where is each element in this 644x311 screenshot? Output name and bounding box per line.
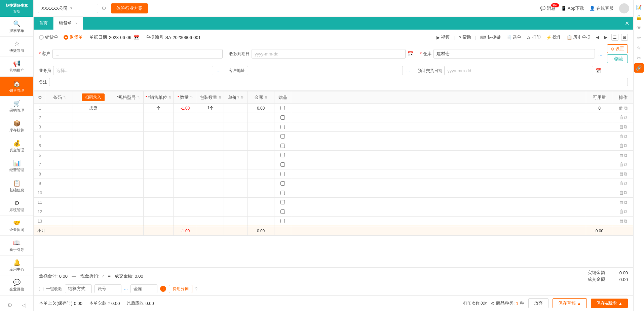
copy-row-btn[interactable]: ⧉ xyxy=(624,199,627,205)
cell-unit[interactable] xyxy=(144,151,174,160)
copy-row-btn[interactable]: ⧉ xyxy=(624,218,627,224)
cell-unit[interactable] xyxy=(144,198,174,207)
barcode-sort-icon[interactable]: ⇅ xyxy=(63,95,66,99)
copy-row-btn[interactable]: ⧉ xyxy=(624,124,627,129)
view-toggle-grid-btn[interactable]: ⊞ xyxy=(621,34,628,41)
cell-product[interactable] xyxy=(73,141,113,151)
cell-unit[interactable] xyxy=(144,122,174,132)
cell-product[interactable] xyxy=(73,122,113,132)
cell-unit[interactable] xyxy=(144,217,174,226)
cell-spec[interactable] xyxy=(113,198,144,207)
gift-checkbox[interactable] xyxy=(280,209,285,214)
cell-price[interactable] xyxy=(224,188,248,198)
cell-barcode[interactable] xyxy=(46,151,73,160)
salesman-input[interactable]: 选择... xyxy=(53,66,213,75)
cell-product[interactable] xyxy=(73,132,113,141)
copy-row-btn[interactable]: ⧉ xyxy=(624,190,627,195)
gift-checkbox[interactable] xyxy=(280,134,285,139)
payment-amount-input[interactable]: 金额 xyxy=(130,284,157,293)
cell-barcode[interactable] xyxy=(46,122,73,132)
copy-row-btn[interactable]: ⧉ xyxy=(624,181,627,186)
cell-pkgqty[interactable] xyxy=(197,141,224,151)
amount-sort-icon[interactable]: ⇅ xyxy=(265,95,267,99)
gift-checkbox[interactable] xyxy=(280,144,285,148)
cell-qty[interactable] xyxy=(174,151,197,160)
video-btn[interactable]: ▶ 视频 xyxy=(435,34,451,41)
delivery-date-input[interactable]: yyyy-mm-dd xyxy=(444,66,593,75)
view-toggle-list-btn[interactable]: ☰ xyxy=(611,34,618,41)
right-panel-eye-btn[interactable]: 👁 xyxy=(634,23,644,32)
message-btn[interactable]: 💬 消息 99+ xyxy=(540,5,556,11)
cell-pkgqty[interactable] xyxy=(197,122,224,132)
delete-row-btn[interactable]: 🗑 xyxy=(618,105,623,111)
next-record-btn[interactable]: ▶ xyxy=(603,34,609,40)
right-panel-cut-btn[interactable]: ✂ xyxy=(634,53,644,63)
cell-spec[interactable] xyxy=(113,132,144,141)
setup-btn[interactable]: ⊙ 设置 xyxy=(607,44,628,53)
history-btn[interactable]: 📋 历史单据 xyxy=(565,34,592,41)
sidebar-item-wechat[interactable]: 💬 企业微信 xyxy=(0,275,33,295)
sidebar-item-member[interactable]: 👑 畅会员 xyxy=(0,296,33,299)
cell-qty[interactable] xyxy=(174,169,197,179)
gift-checkbox[interactable] xyxy=(280,200,285,204)
copy-row-btn[interactable]: ⧉ xyxy=(624,209,627,214)
cell-qty[interactable] xyxy=(174,113,197,122)
cell-unit[interactable]: 个 xyxy=(144,104,174,113)
delete-row-btn[interactable]: 🗑 xyxy=(619,218,624,224)
expense-question-icon[interactable]: ? xyxy=(195,286,197,291)
tab-home[interactable]: 首页 xyxy=(34,17,53,30)
cell-spec[interactable] xyxy=(113,179,144,188)
cell-qty[interactable] xyxy=(174,160,197,169)
cell-unit[interactable] xyxy=(144,169,174,179)
sidebar-item-search[interactable]: 🔍 搜索菜单 xyxy=(0,17,33,37)
delete-row-btn[interactable]: 🗑 xyxy=(619,115,624,120)
cell-amount[interactable] xyxy=(248,132,274,141)
cell-price[interactable] xyxy=(224,141,248,151)
cell-spec[interactable] xyxy=(113,113,144,122)
tab-close-btn[interactable]: × xyxy=(75,21,77,25)
cell-product[interactable] xyxy=(73,160,113,169)
gift-checkbox[interactable] xyxy=(280,181,285,186)
copy-row-btn[interactable]: ⧉ xyxy=(624,115,627,120)
sidebar-settings-btn[interactable]: ⚙ xyxy=(7,302,12,308)
cell-amount[interactable] xyxy=(248,113,274,122)
delete-row-btn[interactable]: 🗑 xyxy=(619,143,624,148)
logistics-btn[interactable]: + 物流 xyxy=(607,54,628,63)
cell-amount[interactable] xyxy=(248,169,274,179)
delete-row-btn[interactable]: 🗑 xyxy=(619,171,624,177)
cell-qty[interactable] xyxy=(174,132,197,141)
payment-dots[interactable]: ··· xyxy=(124,286,128,291)
discount-question-icon[interactable]: ? xyxy=(102,274,104,278)
cell-qty[interactable] xyxy=(174,122,197,132)
cell-amount[interactable]: 0.00 xyxy=(248,104,274,113)
payment-account-input[interactable]: 账号 xyxy=(94,284,121,293)
tab-sale-order[interactable]: 销货单 × xyxy=(53,17,83,30)
save-draft-btn[interactable]: 保存草稿 ▲ xyxy=(553,298,587,308)
avatar[interactable] xyxy=(619,3,629,13)
shortcut-btn[interactable]: ⌨ 快捷键 xyxy=(479,34,502,41)
cell-qty[interactable] xyxy=(174,179,197,188)
operate-btn[interactable]: ⚡ 操作 xyxy=(545,34,563,41)
gift-checkbox[interactable] xyxy=(280,162,285,167)
sidebar-item-app-center[interactable]: 🔔 应用中心 xyxy=(0,256,33,275)
cell-amount[interactable] xyxy=(248,151,274,160)
cell-barcode[interactable] xyxy=(46,160,73,169)
cell-pkgqty[interactable] xyxy=(197,188,224,198)
cell-amount[interactable] xyxy=(248,207,274,217)
cell-pkgqty[interactable] xyxy=(197,198,224,207)
tabbar-close-all-btn[interactable]: ✕ xyxy=(625,20,633,27)
gift-checkbox[interactable] xyxy=(280,153,285,157)
cell-unit[interactable] xyxy=(144,160,174,169)
company-selector[interactable]: XXXXXX公司 ▼ xyxy=(38,4,98,13)
scan-btn[interactable]: 扫码录入 xyxy=(82,93,105,101)
cell-pkgqty[interactable] xyxy=(197,132,224,141)
cell-spec[interactable] xyxy=(113,217,144,226)
cell-pkgqty[interactable] xyxy=(197,207,224,217)
delete-row-btn[interactable]: 🗑 xyxy=(619,124,624,129)
gift-checkbox[interactable] xyxy=(280,219,285,223)
cell-price[interactable] xyxy=(224,198,248,207)
total-owed-question-icon[interactable]: ? xyxy=(108,301,110,305)
delivery-date-calendar-icon[interactable]: 📅 xyxy=(595,68,601,73)
cell-product[interactable]: 按货 xyxy=(73,104,113,113)
cell-price[interactable] xyxy=(224,104,248,113)
